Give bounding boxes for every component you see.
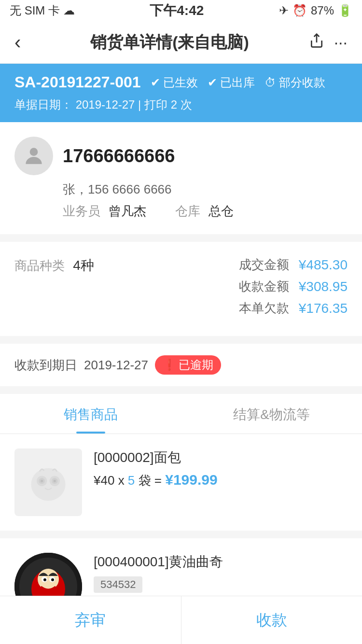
- status-bar: 无 SIM 卡 ☁ 下午4:42 ✈ ⏰ 87% 🔋: [0, 0, 362, 21]
- owed-amount-row: 本单欠款 ¥176.35: [239, 300, 348, 317]
- back-button[interactable]: ‹: [14, 31, 21, 53]
- salesperson-label: 业务员 曾凡杰: [63, 203, 146, 220]
- product-name-2: [000400001]黄油曲奇: [94, 553, 348, 571]
- date-label: 单据日期：: [14, 98, 72, 111]
- tab-settlement[interactable]: 结算&物流等: [181, 394, 362, 434]
- collected-amount-value: ¥308.95: [299, 279, 348, 294]
- page-title: 销货单详情(来自电脑): [30, 31, 308, 54]
- order-id: SA-20191227-001: [14, 73, 141, 91]
- stats-row: 商品种类 4种 成交金额 ¥485.30 收款金额 ¥308.95 本单欠款 ¥…: [14, 256, 348, 322]
- overdue-text: 已逾期: [179, 357, 213, 373]
- order-banner: SA-20191227-001 ✔ 已生效 ✔ 已出库 ⏱ 部分收款 单据日期：…: [0, 64, 362, 122]
- warehouse-value: 总仓: [209, 204, 234, 218]
- customer-section: 17666666666 张，156 6666 6666 业务员 曾凡杰 仓库 总…: [0, 122, 362, 234]
- status-badge-partial: ⏱ 部分收款: [265, 75, 325, 90]
- collect-payment-button[interactable]: 收款: [181, 596, 362, 644]
- status-left: 无 SIM 卡 ☁: [10, 3, 75, 18]
- product-image-1: [14, 448, 82, 516]
- battery-icon: 🔋: [338, 4, 352, 17]
- product-types-value: 4种: [73, 258, 94, 273]
- banner-date-row: 单据日期： 2019-12-27 | 打印 2 次: [14, 97, 348, 112]
- product-qty-1: 5: [128, 473, 135, 488]
- transaction-amount-value: ¥485.30: [299, 257, 348, 273]
- customer-name: 17666666666: [63, 146, 175, 167]
- clock-icon: ⏱: [265, 76, 276, 89]
- status-badge-effective: ✔ 已生效: [151, 75, 198, 90]
- nav-actions: ···: [309, 33, 348, 52]
- warehouse-label: 仓库 总仓: [175, 203, 234, 220]
- due-date-section: 收款到期日 2019-12-27 ❗ 已逾期: [0, 344, 362, 386]
- collected-amount-row: 收款金额 ¥308.95: [239, 278, 348, 295]
- print-info: | 打印 2 次: [138, 98, 192, 111]
- svg-point-1: [30, 148, 38, 156]
- tab-products[interactable]: 销售商品: [0, 394, 181, 434]
- product-price-1: ¥40 x 5 袋 = ¥199.99: [94, 472, 348, 489]
- collected-amount-label: 收款金额: [239, 278, 289, 295]
- product-types: 商品种类 4种: [14, 256, 94, 275]
- svg-point-8: [54, 480, 56, 482]
- check-icon-effective: ✔: [151, 76, 160, 89]
- bottom-bar: 弃审 收款: [0, 596, 362, 644]
- due-date-value: 2019-12-27: [84, 358, 148, 373]
- owed-amount-label: 本单欠款: [239, 300, 289, 317]
- owed-amount-value: ¥176.35: [299, 301, 348, 316]
- nav-bar: ‹ 销货单详情(来自电脑) ···: [0, 21, 362, 64]
- check-icon-outbound: ✔: [208, 76, 217, 89]
- banner-row1: SA-20191227-001 ✔ 已生效 ✔ 已出库 ⏱ 部分收款: [14, 73, 348, 91]
- more-icon[interactable]: ···: [334, 33, 348, 52]
- sim-status: 无 SIM 卡 ☁: [10, 3, 75, 18]
- customer-sub-info: 张，156 6666 6666: [14, 181, 348, 198]
- svg-point-7: [41, 480, 43, 482]
- product-info-1: [0000002]面包 ¥40 x 5 袋 = ¥199.99: [94, 448, 348, 489]
- transaction-amount-label: 成交金额: [239, 256, 289, 273]
- customer-row: 17666666666: [14, 137, 348, 175]
- salesperson-value: 曾凡杰: [109, 204, 146, 218]
- product-name-1: [0000002]面包: [94, 448, 348, 467]
- battery-status: 87%: [311, 4, 334, 17]
- product-total-1: ¥199.99: [165, 472, 217, 488]
- cancel-review-button[interactable]: 弃审: [0, 596, 181, 644]
- due-date-label: 收款到期日: [14, 357, 77, 374]
- list-item: [0000002]面包 ¥40 x 5 袋 = ¥199.99: [0, 434, 362, 531]
- overdue-badge: ❗ 已逾期: [155, 355, 221, 375]
- amount-stats: 成交金额 ¥485.30 收款金额 ¥308.95 本单欠款 ¥176.35: [239, 256, 348, 322]
- product-tag-2: 534532: [94, 576, 142, 593]
- svg-point-15: [43, 578, 46, 581]
- location-icon: ✈: [279, 4, 289, 17]
- overdue-icon: ❗: [163, 359, 176, 371]
- order-date: 2019-12-27: [76, 98, 135, 111]
- share-icon[interactable]: [309, 33, 324, 52]
- stats-section: 商品种类 4种 成交金额 ¥485.30 收款金额 ¥308.95 本单欠款 ¥…: [0, 242, 362, 336]
- svg-point-2: [31, 468, 65, 501]
- svg-point-12: [38, 569, 59, 590]
- status-badge-outbound: ✔ 已出库: [208, 75, 255, 90]
- alarm-icon: ⏰: [292, 4, 307, 17]
- customer-avatar: [14, 137, 53, 175]
- svg-point-16: [51, 578, 54, 581]
- transaction-amount-row: 成交金额 ¥485.30: [239, 256, 348, 273]
- status-right: ✈ ⏰ 87% 🔋: [279, 4, 352, 17]
- tabs-container: 销售商品 结算&物流等: [0, 394, 362, 434]
- status-time: 下午4:42: [150, 1, 204, 20]
- customer-meta: 业务员 曾凡杰 仓库 总仓: [14, 203, 348, 220]
